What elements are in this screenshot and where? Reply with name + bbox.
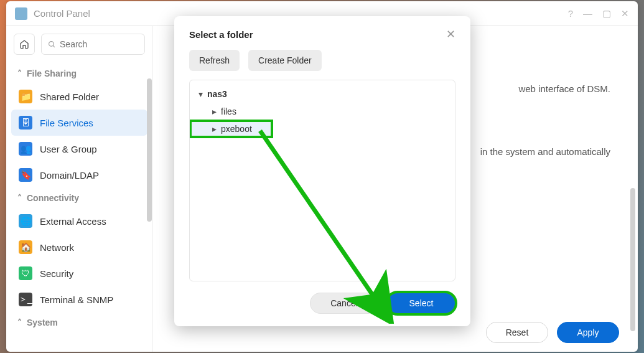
sidebar: ˄ File Sharing 📁 Shared Folder 🗄 File Se… bbox=[6, 26, 153, 352]
minimize-icon[interactable]: — bbox=[583, 8, 592, 19]
sidebar-scrollbar-thumb[interactable] bbox=[147, 78, 152, 222]
chevron-up-icon: ˄ bbox=[17, 68, 22, 78]
network-icon: 🏠 bbox=[19, 240, 32, 254]
sidebar-item-file-services[interactable]: 🗄 File Services bbox=[11, 110, 147, 136]
reset-button[interactable]: Reset bbox=[486, 322, 548, 343]
dialog-footer: Cancel Select bbox=[174, 293, 470, 326]
tree-node-root[interactable]: ▾ nas3 bbox=[190, 85, 455, 103]
sidebar-item-security[interactable]: 🛡 Security bbox=[11, 260, 147, 286]
create-folder-button[interactable]: Create Folder bbox=[248, 50, 322, 71]
search-input[interactable] bbox=[60, 39, 138, 49]
sidebar-top-row bbox=[11, 34, 147, 55]
svg-line-1 bbox=[53, 45, 55, 47]
window-controls: ? — ▢ ✕ bbox=[568, 8, 629, 19]
dialog-close-icon[interactable]: ✕ bbox=[446, 27, 455, 41]
folder-icon: 📁 bbox=[19, 90, 32, 103]
folder-tree: ▾ nas3 ▸ files ▸ pxeboot bbox=[189, 80, 455, 281]
caret-down-icon: ▾ bbox=[198, 89, 207, 99]
apply-button[interactable]: Apply bbox=[557, 322, 619, 343]
caret-right-icon: ▸ bbox=[212, 124, 221, 134]
search-icon bbox=[48, 40, 56, 49]
dialog-title: Select a folder bbox=[189, 29, 253, 40]
sidebar-item-user-group[interactable]: 👥 User & Group bbox=[11, 136, 147, 162]
select-button-highlight: Select bbox=[387, 293, 455, 314]
help-icon[interactable]: ? bbox=[568, 8, 573, 19]
caret-right-icon: ▸ bbox=[212, 106, 221, 116]
file-services-icon: 🗄 bbox=[19, 116, 32, 129]
tree-node-files[interactable]: ▸ files bbox=[190, 103, 455, 120]
maximize-icon[interactable]: ▢ bbox=[602, 8, 611, 19]
sidebar-item-shared-folder[interactable]: 📁 Shared Folder bbox=[11, 83, 147, 110]
group-system[interactable]: ˄ System bbox=[11, 313, 147, 332]
sidebar-item-domain-ldap[interactable]: 🔖 Domain/LDAP bbox=[11, 162, 147, 188]
chevron-up-icon: ˄ bbox=[17, 318, 22, 327]
tree-node-pxeboot[interactable]: ▸ pxeboot bbox=[190, 120, 273, 138]
refresh-button[interactable]: Refresh bbox=[189, 50, 240, 71]
group-connectivity[interactable]: ˄ Connectivity bbox=[11, 188, 147, 208]
svg-point-0 bbox=[49, 41, 54, 46]
close-icon[interactable]: ✕ bbox=[621, 8, 629, 19]
sidebar-scrollbar[interactable] bbox=[146, 78, 152, 240]
main-scrollbar-thumb[interactable] bbox=[630, 188, 635, 331]
chevron-up-icon: ˄ bbox=[17, 193, 22, 203]
search-input-wrapper[interactable] bbox=[41, 34, 145, 55]
app-icon bbox=[15, 7, 27, 20]
globe-icon: 🌐 bbox=[19, 214, 32, 228]
group-file-sharing[interactable]: ˄ File Sharing bbox=[11, 64, 147, 83]
dialog-header: Select a folder ✕ bbox=[174, 16, 470, 50]
terminal-icon: ＞_ bbox=[19, 293, 32, 306]
shield-icon: 🛡 bbox=[19, 266, 32, 280]
sidebar-item-terminal-snmp[interactable]: ＞_ Terminal & SNMP bbox=[11, 286, 147, 313]
users-icon: 👥 bbox=[19, 142, 32, 156]
select-button[interactable]: Select bbox=[387, 293, 455, 314]
footer-buttons: Reset Apply bbox=[486, 322, 619, 343]
sidebar-item-network[interactable]: 🏠 Network bbox=[11, 234, 147, 260]
cancel-button[interactable]: Cancel bbox=[310, 293, 378, 314]
select-folder-dialog: Select a folder ✕ Refresh Create Folder … bbox=[174, 16, 470, 326]
home-button[interactable] bbox=[14, 34, 35, 55]
sidebar-item-external-access[interactable]: 🌐 External Access bbox=[11, 208, 147, 234]
domain-icon: 🔖 bbox=[19, 168, 32, 182]
dialog-toolbar: Refresh Create Folder bbox=[174, 50, 470, 80]
